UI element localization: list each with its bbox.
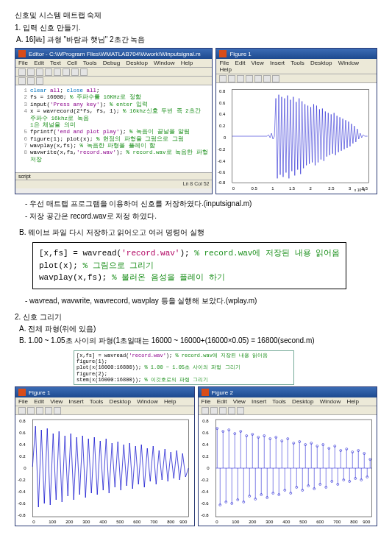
fig2-toolbar[interactable]	[199, 406, 377, 415]
editor-tab[interactable]: script	[15, 172, 212, 180]
doc-title: 신호및 시스템 매트랩 숙제	[15, 10, 377, 21]
section-2a: A. 전체 파형(위에 있음)	[19, 324, 377, 334]
plot-line: 0.80.60.4 0.20-0.2 -0.4-0.6-0.8 0100200 …	[15, 415, 194, 526]
note-1: - 우선 매트랩 프로그램을 이용하여 신호를 저장하였다.(inputsign…	[25, 199, 377, 209]
section-2: 2. 신호 그리기	[15, 312, 377, 322]
line-num: 1	[18, 88, 27, 94]
svg-text:3: 3	[349, 186, 352, 191]
svg-text:0.2: 0.2	[19, 454, 26, 459]
svg-text:0: 0	[32, 520, 35, 524]
svg-text:-0.8: -0.8	[201, 513, 209, 517]
svg-text:-0.4: -0.4	[18, 489, 26, 494]
svg-text:800: 800	[167, 520, 175, 524]
svg-text:-0.6: -0.6	[18, 501, 26, 506]
svg-text:300: 300	[82, 520, 90, 524]
svg-text:900: 900	[363, 520, 371, 524]
svg-text:-0.6: -0.6	[201, 501, 209, 506]
svg-text:1: 1	[272, 186, 274, 191]
svg-text:0.8: 0.8	[19, 419, 26, 423]
editor-code-area[interactable]: 1clear all; close all; 2fs = 16000; % 주파…	[15, 85, 212, 172]
menu-cell[interactable]: Cell	[67, 60, 77, 66]
svg-text:-0.4: -0.4	[218, 159, 226, 163]
fig1b-title: Figure 1	[29, 389, 50, 396]
figure-2-window: Figure 2 File Edit View Insert Tools Des…	[198, 386, 378, 526]
figure-1-bottom-window: Figure 1 File Edit View Insert Tools Des…	[15, 386, 195, 526]
fig1b-titlebar: Figure 1	[15, 387, 194, 397]
code-block: [x,fs] = wavread('record.wav'); % record…	[32, 242, 346, 289]
svg-text:0.6: 0.6	[19, 431, 26, 435]
figure-1-window: Figure 1 File Edit View Insert Tools Des…	[215, 48, 377, 194]
svg-text:0.4: 0.4	[219, 112, 226, 116]
svg-text:0.6: 0.6	[202, 431, 209, 435]
section-1a: A. 16[㎑] 과형 "바람과 햇님" 2초간 녹음	[16, 35, 377, 45]
fmenu-tools[interactable]: Tools	[291, 60, 304, 66]
svg-text:0: 0	[215, 520, 218, 524]
svg-text:x 10^4: x 10^4	[354, 188, 366, 192]
figure1-toolbar[interactable]	[216, 74, 377, 83]
fig1b-menubar[interactable]: File Edit View Insert Tools Desktop Wind…	[15, 397, 194, 406]
menu-tools[interactable]: Tools	[83, 60, 97, 66]
fig1b-toolbar[interactable]	[15, 406, 194, 415]
svg-text:900: 900	[179, 520, 188, 524]
editor-toolbar[interactable]	[15, 68, 212, 77]
note-3: - wavread, wavwrite, wavrecord, wavplay …	[25, 296, 377, 306]
svg-text:0.6: 0.6	[219, 101, 226, 105]
svg-text:-0.8: -0.8	[218, 180, 226, 185]
figure1-title-text: Figure 1	[229, 51, 251, 57]
svg-text:0: 0	[224, 135, 227, 140]
fmenu-help[interactable]: Help	[219, 66, 231, 73]
menu-debug[interactable]: Debug	[103, 60, 121, 66]
svg-text:2.5: 2.5	[329, 186, 335, 191]
fmenu-edit[interactable]: Edit	[235, 60, 246, 66]
editor-titlebar: Editor - C:\WProgram Files\WMATLAB704\Ww…	[15, 49, 212, 59]
fmenu-window[interactable]: Window	[338, 60, 359, 66]
menu-edit[interactable]: Edit	[34, 60, 44, 66]
svg-text:0: 0	[232, 186, 235, 191]
svg-text:400: 400	[282, 520, 291, 524]
editor-toolbar-2[interactable]	[15, 77, 212, 85]
waveform-plot: 0.80.60.4 0.20-0.2 -0.4-0.6-0.8 00.51 1.…	[216, 83, 377, 194]
figure1-titlebar: Figure 1	[216, 49, 377, 59]
svg-text:-0.6: -0.6	[218, 170, 226, 174]
plot-stem: 0.80.60.4 0.20-0.2 -0.4-0.6-0.8 0100200 …	[199, 415, 377, 526]
svg-text:700: 700	[150, 520, 158, 524]
svg-text:1.5: 1.5	[289, 186, 296, 191]
menu-text[interactable]: Text	[50, 60, 61, 66]
editor-app-icon	[18, 50, 26, 57]
fig1b-axes[interactable]: 0.80.60.4 0.20-0.2 -0.4-0.6-0.8 0100200 …	[15, 415, 194, 526]
svg-text:200: 200	[65, 520, 74, 524]
editor-statusbar: Ln 8 Col 52	[15, 180, 212, 188]
menu-desktop[interactable]: Desktop	[126, 60, 148, 66]
menu-window[interactable]: Window	[154, 60, 174, 66]
fig-icon	[18, 389, 26, 396]
fig2-titlebar: Figure 2	[199, 387, 377, 397]
fmenu-desktop[interactable]: Desktop	[310, 60, 332, 66]
editor-menubar[interactable]: File Edit Text Cell Tools Debug Desktop …	[15, 59, 212, 68]
figure-app-icon	[219, 50, 227, 57]
svg-text:-0.4: -0.4	[201, 489, 209, 494]
svg-text:0.4: 0.4	[19, 442, 26, 447]
fig2-menubar[interactable]: File Edit View Insert Tools Desktop Wind…	[199, 397, 377, 406]
svg-text:-0.2: -0.2	[201, 478, 209, 482]
svg-text:800: 800	[350, 520, 358, 524]
svg-text:200: 200	[249, 520, 257, 524]
fig2-axes[interactable]: 0.80.60.4 0.20-0.2 -0.4-0.6-0.8 0100200 …	[199, 415, 377, 526]
fig-icon	[202, 389, 209, 396]
code-snippet-2: [x,fs] = wavread('record.wav'); % record…	[74, 350, 294, 386]
editor-title-text: Editor - C:\WProgram Files\WMATLAB704\Ww…	[29, 51, 201, 57]
figure1-menubar[interactable]: File Edit View Insert Tools Desktop Wind…	[216, 59, 377, 74]
svg-text:700: 700	[333, 520, 341, 524]
figure1-axes[interactable]: 0.80.60.4 0.20-0.2 -0.4-0.6-0.8 00.51 1.…	[216, 83, 377, 194]
fmenu-insert[interactable]: Insert	[270, 60, 285, 66]
svg-text:400: 400	[99, 520, 107, 524]
svg-text:600: 600	[133, 520, 141, 524]
menu-help[interactable]: Help	[181, 60, 193, 66]
menu-file[interactable]: File	[18, 60, 28, 66]
fmenu-file[interactable]: File	[219, 60, 229, 66]
svg-text:-0.8: -0.8	[18, 513, 26, 517]
svg-text:500: 500	[116, 520, 124, 524]
fmenu-view[interactable]: View	[252, 60, 264, 66]
svg-text:500: 500	[299, 520, 307, 524]
svg-text:0.8: 0.8	[219, 89, 226, 93]
section-2b: B. 1.00 ~ 1.05초 사이의 파형(1초일때는 16000 ~ 160…	[19, 336, 377, 346]
